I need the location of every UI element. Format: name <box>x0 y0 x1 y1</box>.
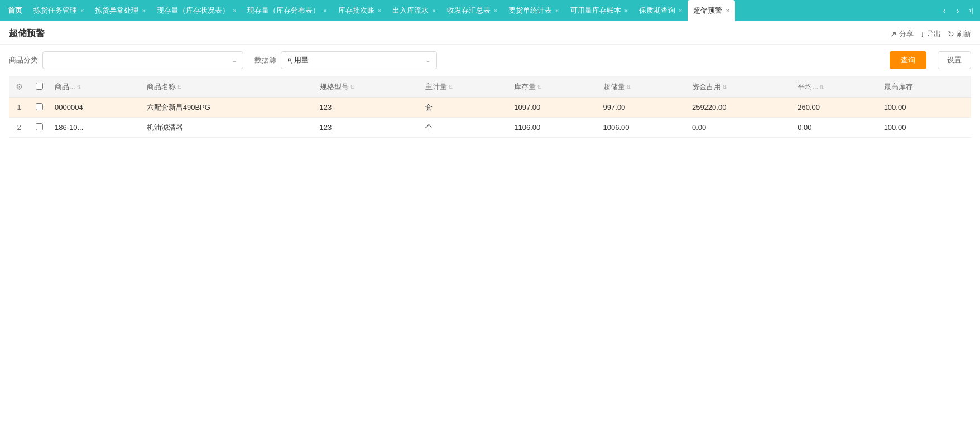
nav-tab-------[interactable]: 拣货任务管理× <box>28 0 89 21</box>
nav-tab-label: 保质期查询 <box>639 6 675 16</box>
row-capital: 0.00 <box>686 118 792 138</box>
nav-tab-------[interactable]: 拣货异常处理× <box>89 0 151 21</box>
filter-bar: 商品分类 ⌄ 数据源 可用量 ⌄ 查询 设置 <box>0 45 980 76</box>
row-name: 机油滤清器 <box>141 118 314 138</box>
select-all-checkbox[interactable] <box>36 83 43 90</box>
refresh-button[interactable]: ↻ 刷新 <box>948 29 971 39</box>
nav-tab-------[interactable]: 收发存汇总表× <box>441 0 503 21</box>
share-icon: ↗ <box>890 30 897 38</box>
col-avg[interactable]: 平均...⇅ <box>792 76 878 98</box>
nav-tab-label: 拣货异常处理 <box>95 6 138 16</box>
col-code[interactable]: 商品...⇅ <box>49 76 141 98</box>
tab-close-icon[interactable]: × <box>679 7 682 14</box>
col-max[interactable]: 最高库存 <box>878 76 971 98</box>
tab-close-icon[interactable]: × <box>378 7 381 14</box>
tab-close-icon[interactable]: × <box>80 7 84 14</box>
nav-tab-----[interactable]: 超储预警× <box>688 0 734 21</box>
row-unit: 套 <box>420 98 508 118</box>
col-checkbox-all[interactable] <box>29 76 49 98</box>
row-spec: 123 <box>314 98 420 118</box>
nav-tab-label: 要货单统计表 <box>508 6 552 16</box>
nav-tab-label: 拣货任务管理 <box>33 6 77 16</box>
row-num: 1 <box>9 98 29 118</box>
share-button[interactable]: ↗ 分享 <box>890 29 914 39</box>
table-row: 1 0000004 六配套新昌490BPG 123 套 1097.00 997.… <box>9 98 971 118</box>
row-max: 100.00 <box>878 98 971 118</box>
query-button[interactable]: 查询 <box>890 51 926 69</box>
export-icon: ↓ <box>920 30 924 38</box>
col-stock[interactable]: 库存量⇅ <box>508 76 597 98</box>
nav-tab-label: 可用量库存账本 <box>570 6 621 16</box>
nav-arrow-left[interactable]: ‹ <box>938 0 951 21</box>
nav-tab--------[interactable]: 可用量库存账本× <box>565 0 633 21</box>
tab-close-icon[interactable]: × <box>555 7 559 14</box>
row-capital: 259220.00 <box>686 98 792 118</box>
nav-arrows: ‹ › ›| <box>938 0 978 21</box>
tab-close-icon[interactable]: × <box>726 7 729 14</box>
nav-tab-label: 库存批次账 <box>338 6 374 16</box>
datasource-chevron-icon: ⌄ <box>425 56 431 64</box>
datasource-label: 数据源 <box>254 55 276 65</box>
nav-tab-------[interactable]: 要货单统计表× <box>503 0 564 21</box>
refresh-icon: ↻ <box>948 30 954 38</box>
tab-close-icon[interactable]: × <box>142 7 145 14</box>
col-unit[interactable]: 主计量⇅ <box>420 76 508 98</box>
nav-home[interactable]: 首页 <box>2 0 28 21</box>
row-checkbox[interactable] <box>36 103 43 110</box>
page-title: 超储预警 <box>9 28 45 40</box>
row-unit: 个 <box>420 118 508 138</box>
row-checkbox[interactable] <box>36 123 43 130</box>
nav-tab-label: 现存量（库存分布表） <box>247 6 320 16</box>
table-header-row: ⚙ 商品...⇅ 商品名称⇅ 规格型号⇅ 主计量⇅ 库存量⇅ 超储量⇅ 资金占用… <box>9 76 971 98</box>
row-spec: 123 <box>314 118 420 138</box>
col-over[interactable]: 超储量⇅ <box>598 76 686 98</box>
tab-close-icon[interactable]: × <box>323 7 326 14</box>
nav-tab-label: 收发存汇总表 <box>447 6 491 16</box>
table-container: ⚙ 商品...⇅ 商品名称⇅ 规格型号⇅ 主计量⇅ 库存量⇅ 超储量⇅ 资金占用… <box>0 76 980 138</box>
tab-close-icon[interactable]: × <box>624 7 628 14</box>
datasource-select[interactable]: 可用量 ⌄ <box>281 51 437 69</box>
category-chevron-icon: ⌄ <box>232 56 237 64</box>
nav-tab------[interactable]: 出入库流水× <box>387 0 441 21</box>
export-button[interactable]: ↓ 导出 <box>920 29 941 39</box>
col-gear: ⚙ <box>9 76 29 98</box>
settings-icon[interactable]: ⚙ <box>16 82 23 91</box>
tab-close-icon[interactable]: × <box>432 7 435 14</box>
tab-close-icon[interactable]: × <box>494 7 497 14</box>
category-filter-group: 商品分类 ⌄ <box>9 51 243 69</box>
nav-arrow-right[interactable]: › <box>951 0 964 21</box>
category-label: 商品分类 <box>9 55 38 65</box>
row-code: 0000004 <box>49 98 141 118</box>
nav-tab-----------[interactable]: 现存量（库存分布表）× <box>242 0 332 21</box>
header-actions: ↗ 分享 ↓ 导出 ↻ 刷新 <box>890 29 971 39</box>
top-nav: 首页 拣货任务管理×拣货异常处理×现存量（库存状况表）×现存量（库存分布表）×库… <box>0 0 980 21</box>
tab-close-icon[interactable]: × <box>233 7 236 14</box>
row-stock: 1106.00 <box>508 118 597 138</box>
row-code: 186-10... <box>49 118 141 138</box>
table-row: 2 186-10... 机油滤清器 123 个 1106.00 1006.00 … <box>9 118 971 138</box>
nav-tab-----------[interactable]: 现存量（库存状况表）× <box>151 0 242 21</box>
row-over: 997.00 <box>598 98 686 118</box>
col-capital[interactable]: 资金占用⇅ <box>686 76 792 98</box>
nav-tab-label: 出入库流水 <box>392 6 429 16</box>
page-header: 超储预警 ↗ 分享 ↓ 导出 ↻ 刷新 <box>0 21 980 45</box>
row-name: 六配套新昌490BPG <box>141 98 314 118</box>
col-name[interactable]: 商品名称⇅ <box>141 76 314 98</box>
row-stock: 1097.00 <box>508 98 597 118</box>
nav-tab------[interactable]: 保质期查询× <box>633 0 688 21</box>
row-avg: 260.00 <box>792 98 878 118</box>
nav-arrow-end[interactable]: ›| <box>964 0 978 21</box>
row-checkbox-cell[interactable] <box>29 98 49 118</box>
datasource-filter-group: 数据源 可用量 ⌄ <box>254 51 437 69</box>
set-button[interactable]: 设置 <box>938 51 971 69</box>
row-over: 1006.00 <box>598 118 686 138</box>
nav-tab-label: 现存量（库存状况表） <box>157 6 229 16</box>
row-num: 2 <box>9 118 29 138</box>
col-spec[interactable]: 规格型号⇅ <box>314 76 420 98</box>
row-avg: 0.00 <box>792 118 878 138</box>
nav-tab------[interactable]: 库存批次账× <box>333 0 387 21</box>
category-select[interactable]: ⌄ <box>42 51 243 69</box>
row-checkbox-cell[interactable] <box>29 118 49 138</box>
datasource-value: 可用量 <box>287 55 309 65</box>
nav-tab-label: 超储预警 <box>693 6 722 16</box>
